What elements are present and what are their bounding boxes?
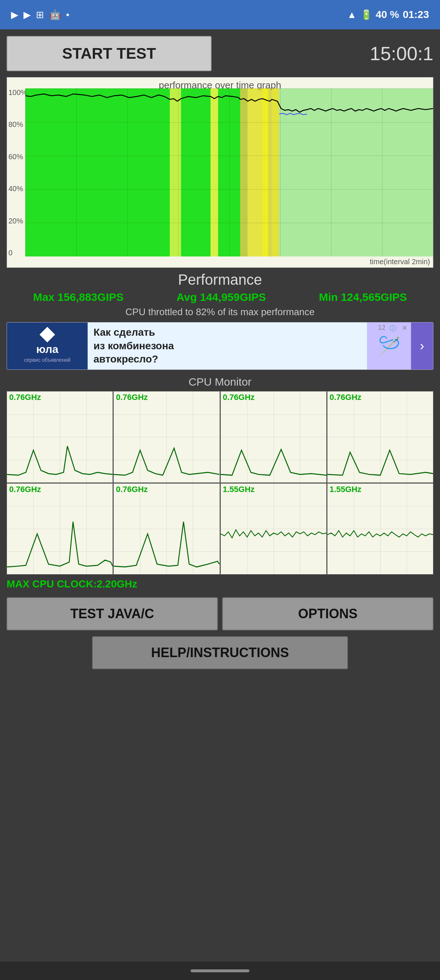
svg-rect-7	[262, 88, 268, 256]
help-instructions-button[interactable]: HELP/INSTRUCTIONS	[92, 636, 348, 669]
cpu-cell-4: 0.76GHz	[7, 484, 113, 574]
cpu-freq-1: 0.76GHz	[116, 393, 148, 402]
stat-avg: Avg 144,959GIPS	[176, 291, 266, 304]
cpu-graph-svg-0	[7, 410, 113, 482]
svg-rect-11	[279, 88, 433, 256]
svg-rect-6	[248, 88, 262, 256]
performance-stats: Max 156,883GIPS Avg 144,959GIPS Min 124,…	[6, 291, 434, 304]
ad-logo: юла сервис объявлений	[7, 323, 87, 369]
stat-min: Min 124,565GIPS	[319, 291, 407, 304]
home-indicator[interactable]	[191, 969, 249, 972]
cpu-graph-svg-2	[221, 410, 326, 482]
stat-max: Max 156,883GIPS	[33, 291, 124, 304]
cpu-freq-5: 0.76GHz	[116, 485, 148, 494]
status-icons-right: ▲ 🔋 40 % 01:23	[347, 9, 429, 21]
cpu-cell-1: 0.76GHz	[114, 391, 219, 482]
graph-x-label: time(interval 2min)	[370, 258, 430, 266]
y-label-100: 100%	[8, 88, 24, 97]
timer-display: 15:00:1	[219, 43, 434, 65]
svg-rect-2	[181, 88, 211, 256]
cpu-graph-svg-3	[327, 410, 433, 482]
cpu-graph-svg-6	[221, 501, 326, 574]
ad-info-button[interactable]: ⓘ	[390, 324, 396, 333]
y-label-0: 0	[8, 249, 24, 257]
y-label-40: 40%	[8, 185, 24, 193]
performance-section: Performance Max 156,883GIPS Avg 144,959G…	[6, 272, 434, 318]
cpu-freq-0: 0.76GHz	[9, 393, 41, 402]
cpu-freq-2: 0.76GHz	[223, 393, 255, 402]
battery-icon: 🔋	[361, 9, 372, 21]
cpu-graph-svg-7	[327, 501, 433, 574]
youtube-icon: ▶	[11, 9, 18, 21]
cpu-grid: 0.76GHz 0.76GHz	[6, 391, 434, 574]
cpu-cell-0: 0.76GHz	[7, 391, 113, 482]
dot-icon: •	[66, 9, 69, 21]
ad-logo-text: юла	[36, 343, 59, 356]
y-label-20: 20%	[8, 217, 24, 225]
status-icons-left: ▶ ▶ ⊞ 🤖 •	[11, 9, 69, 21]
app-icon: ⊞	[36, 9, 44, 21]
time-display: 01:23	[403, 9, 429, 21]
cpu-freq-4: 0.76GHz	[9, 485, 41, 494]
svg-rect-0	[25, 88, 170, 256]
cpu-graph-svg-4	[7, 501, 113, 574]
android-icon: 🤖	[49, 9, 61, 21]
y-label-80: 80%	[8, 120, 24, 129]
svg-rect-8	[268, 88, 272, 256]
top-bar: START TEST 15:00:1	[6, 36, 434, 71]
ad-logo-sub: сервис объявлений	[24, 357, 71, 363]
ad-arrow-button[interactable]: ›	[411, 323, 433, 369]
performance-title: Performance	[6, 272, 434, 288]
svg-rect-1	[170, 88, 181, 256]
cpu-cell-3: 0.76GHz	[327, 391, 433, 482]
y-label-60: 60%	[8, 153, 24, 161]
graph-y-labels: 100% 80% 60% 40% 20% 0	[7, 88, 25, 257]
cpu-freq-7: 1.55GHz	[330, 485, 362, 494]
svg-rect-9	[272, 88, 279, 256]
advertisement[interactable]: юла сервис объявлений Как сделатьиз комб…	[6, 322, 434, 370]
bottom-nav	[0, 962, 440, 980]
svg-rect-3	[210, 88, 218, 256]
ad-close-button[interactable]: ✕	[402, 324, 407, 332]
throttle-text: CPU throttled to 82% of its max performa…	[6, 306, 434, 318]
cpu-freq-6: 1.55GHz	[223, 485, 255, 494]
youtube2-icon: ▶	[24, 9, 31, 21]
cpu-cell-2: 0.76GHz	[221, 391, 326, 482]
bottom-buttons-row: TEST JAVA/C OPTIONS	[6, 597, 434, 630]
options-button[interactable]: OPTIONS	[222, 597, 434, 630]
performance-graph: performance over time graph 100% 80% 60%…	[6, 77, 434, 268]
ad-diamond-icon	[40, 327, 55, 342]
cpu-cell-7: 1.55GHz	[327, 484, 433, 574]
start-test-button[interactable]: START TEST	[6, 36, 211, 71]
max-cpu-clock-label: MAX CPU CLOCK:2.20GHz	[6, 577, 434, 592]
ad-text: Как сделатьиз комбинезонаавтокресло?	[87, 322, 367, 369]
test-java-c-button[interactable]: TEST JAVA/C	[6, 597, 218, 630]
cpu-monitor-section: CPU Monitor 0.76GHz 0.76GHz	[6, 376, 434, 592]
svg-rect-5	[240, 88, 248, 256]
battery-percentage: 40 %	[376, 9, 399, 21]
cpu-graph-svg-5	[114, 501, 219, 574]
wifi-icon: ▲	[347, 9, 357, 21]
cpu-graph-svg-1	[114, 410, 219, 482]
cpu-cell-6: 1.55GHz	[221, 484, 326, 574]
cpu-monitor-title: CPU Monitor	[6, 376, 434, 388]
graph-drawing-area	[25, 88, 433, 256]
cpu-cell-5: 0.76GHz	[114, 484, 219, 574]
status-bar: ▶ ▶ ⊞ 🤖 • ▲ 🔋 40 % 01:23	[0, 0, 440, 29]
cpu-freq-3: 0.76GHz	[330, 393, 362, 402]
ad-number: 12	[378, 324, 385, 332]
main-content: START TEST 15:00:1 performance over time…	[0, 29, 440, 669]
